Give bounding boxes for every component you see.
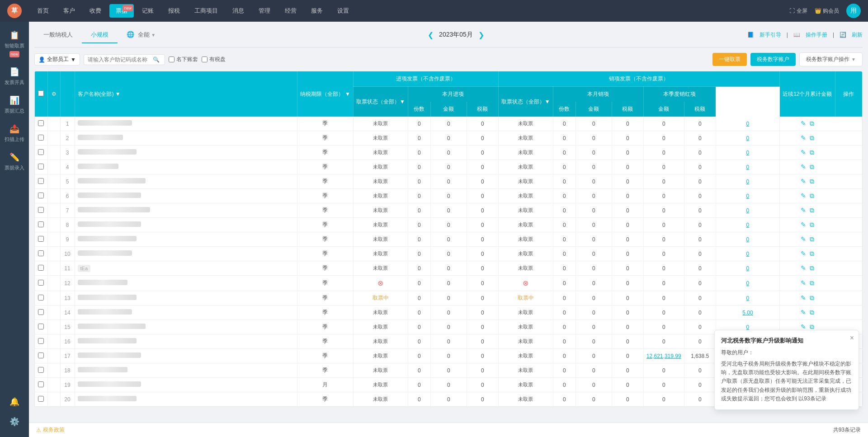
period-prev-button[interactable]: ❮ xyxy=(422,31,439,39)
cum12-value[interactable]: 0 xyxy=(746,150,750,156)
cum12-value[interactable]: 0 xyxy=(746,121,750,127)
copy-button[interactable]: ⧉ xyxy=(810,309,814,316)
cum12-value[interactable]: 0 xyxy=(746,236,750,243)
edit-button[interactable]: ✎ xyxy=(801,149,806,156)
row-checkbox[interactable] xyxy=(38,396,44,402)
nav-clients[interactable]: 客户 xyxy=(57,4,81,18)
edit-button[interactable]: ✎ xyxy=(801,120,806,127)
cum12-value[interactable]: 0 xyxy=(746,135,750,141)
my-ledger-checkbox[interactable] xyxy=(169,56,175,62)
cum12-value[interactable]: 0 xyxy=(746,193,750,199)
nav-accounting[interactable]: 记账 xyxy=(136,4,160,18)
tax-box-filter[interactable]: 有税盘 xyxy=(202,56,226,63)
tax-period-header[interactable]: 纳税期限（全部） ▼ xyxy=(297,71,353,117)
row-checkbox[interactable] xyxy=(38,193,44,198)
nav-operations[interactable]: 经营 xyxy=(278,4,303,18)
cum12-value[interactable]: 5.00 xyxy=(742,310,753,316)
row-checkbox[interactable] xyxy=(38,352,44,358)
tax-box-checkbox[interactable] xyxy=(202,56,208,62)
tab-small-scale[interactable]: 小规模 xyxy=(82,27,118,43)
copy-button[interactable]: ⧉ xyxy=(810,264,814,272)
edit-button[interactable]: ✎ xyxy=(801,207,806,214)
nav-management[interactable]: 管理 xyxy=(252,4,277,18)
row-checkbox[interactable] xyxy=(38,135,44,141)
copy-button[interactable]: ⧉ xyxy=(810,149,814,156)
edit-button[interactable]: ✎ xyxy=(801,250,806,257)
refresh-link[interactable]: 刷新 xyxy=(852,31,863,39)
copy-button[interactable]: ⧉ xyxy=(810,323,814,330)
cum12-value[interactable]: 0 xyxy=(746,324,750,330)
copy-button[interactable]: ⧉ xyxy=(810,221,814,228)
my-ledger-filter[interactable]: 名下账套 xyxy=(169,56,198,63)
edit-button[interactable]: ✎ xyxy=(801,235,806,243)
edit-button[interactable]: ✎ xyxy=(801,221,806,228)
nav-fees[interactable]: 收费 xyxy=(83,4,108,18)
fullscreen-button[interactable]: ⛶ 全屏 xyxy=(789,7,807,15)
outbound-status-header[interactable]: 取票状态（全部）▼ xyxy=(498,87,553,117)
row-checkbox[interactable] xyxy=(38,207,44,213)
copy-button[interactable]: ⧉ xyxy=(810,192,814,199)
cum12-value[interactable]: 0 xyxy=(746,280,750,287)
copy-button[interactable]: ⧉ xyxy=(810,235,814,243)
nav-messages[interactable]: 消息 xyxy=(226,4,250,18)
manual-link[interactable]: 操作手册 xyxy=(806,31,827,39)
sidebar-item-notification[interactable]: 🔔 xyxy=(0,392,29,412)
nav-settings[interactable]: 设置 xyxy=(331,4,355,18)
sidebar-item-invoice-issue[interactable]: 📄 发票开具 xyxy=(0,62,29,90)
search-input[interactable] xyxy=(88,56,151,63)
member-button[interactable]: 👑 购会员 xyxy=(815,7,839,15)
sidebar-item-invoice-summary[interactable]: 📊 票据汇总 xyxy=(0,90,29,119)
period-next-button[interactable]: ❯ xyxy=(473,31,490,39)
cum12-value[interactable]: 0 xyxy=(746,222,750,228)
edit-button[interactable]: ✎ xyxy=(801,134,806,141)
copy-button[interactable]: ⧉ xyxy=(810,163,814,170)
row-checkbox[interactable] xyxy=(38,221,44,227)
edit-button[interactable]: ✎ xyxy=(801,178,806,185)
nav-tax[interactable]: 报税 xyxy=(162,4,186,18)
cum12-value[interactable]: 0 xyxy=(746,179,750,185)
edit-button[interactable]: ✎ xyxy=(801,294,806,301)
row-checkbox[interactable] xyxy=(38,236,44,242)
cum12-value[interactable]: 0 xyxy=(746,164,750,170)
copy-button[interactable]: ⧉ xyxy=(810,178,814,185)
cum12-value[interactable]: 0 xyxy=(746,265,750,272)
row-checkbox[interactable] xyxy=(38,338,44,344)
new-guide-link[interactable]: 新手引导 xyxy=(760,31,781,39)
copy-button[interactable]: ⧉ xyxy=(810,134,814,141)
edit-button[interactable]: ✎ xyxy=(801,279,806,287)
row-checkbox[interactable] xyxy=(38,280,44,286)
row-checkbox[interactable] xyxy=(38,367,44,373)
nav-invoices[interactable]: 票据 new xyxy=(109,4,134,18)
row-checkbox[interactable] xyxy=(38,309,44,315)
cum12-value[interactable]: 0 xyxy=(746,295,750,301)
nav-home[interactable]: 首页 xyxy=(31,4,55,18)
tax-policy-link[interactable]: ⚠ 税务政策 xyxy=(36,426,65,434)
copy-button[interactable]: ⧉ xyxy=(810,120,814,127)
copy-button[interactable]: ⧉ xyxy=(810,294,814,301)
row-checkbox[interactable] xyxy=(38,120,44,126)
row-checkbox[interactable] xyxy=(38,250,44,256)
row-checkbox[interactable] xyxy=(38,164,44,169)
copy-button[interactable]: ⧉ xyxy=(810,207,814,214)
red-amt-value[interactable]: 12,621,319.99 xyxy=(646,353,681,359)
nav-business[interactable]: 工商项目 xyxy=(188,4,224,18)
row-checkbox[interactable] xyxy=(38,295,44,301)
edit-button[interactable]: ✎ xyxy=(801,264,806,272)
edit-button[interactable]: ✎ xyxy=(801,163,806,170)
notification-close-button[interactable]: × xyxy=(850,334,854,342)
row-checkbox[interactable] xyxy=(38,265,44,271)
client-name-header[interactable]: 客户名称(全部) ▼ xyxy=(75,71,297,117)
sidebar-item-settings[interactable]: ⚙️ xyxy=(0,412,29,432)
row-checkbox[interactable] xyxy=(38,149,44,155)
tax-digital-ops-button[interactable]: 税务数字账户操作 ▼ xyxy=(799,52,863,66)
user-avatar[interactable]: 用 xyxy=(846,4,861,18)
tax-digital-button[interactable]: 税务数字账户 xyxy=(750,53,796,66)
sidebar-item-smart-ticket[interactable]: 📋 智能取票 new xyxy=(0,25,29,62)
cum12-value[interactable]: 0 xyxy=(746,207,750,214)
edit-button[interactable]: ✎ xyxy=(801,192,806,199)
app-logo[interactable]: 草 xyxy=(7,4,22,18)
copy-button[interactable]: ⧉ xyxy=(810,279,814,287)
sidebar-item-ticket-entry[interactable]: ✏️ 票据录入 xyxy=(0,147,29,176)
select-all-checkbox[interactable] xyxy=(38,90,44,96)
edit-button[interactable]: ✎ xyxy=(801,323,806,330)
